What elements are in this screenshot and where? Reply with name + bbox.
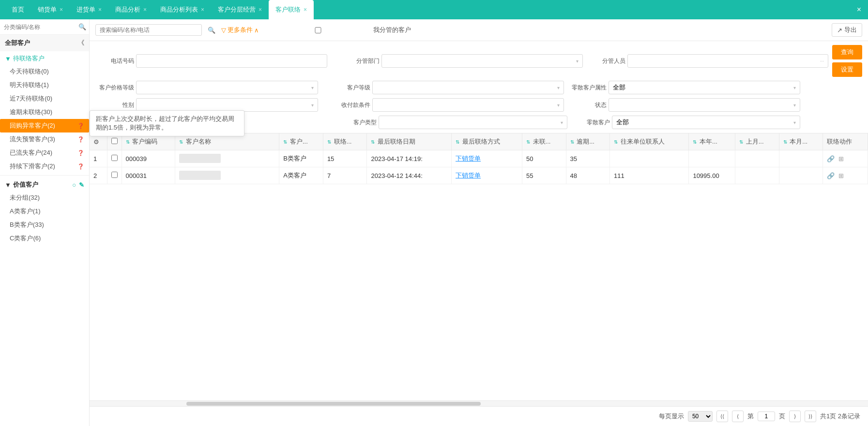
prev-page-button[interactable]: ⟨	[732, 411, 744, 422]
value-customers-group[interactable]: ▼ 价值客户 ○ ✎	[0, 177, 89, 191]
nav-customer-contact[interactable]: 客户联络 ×	[269, 0, 314, 19]
per-page-select[interactable]: 50 10 20 100	[688, 411, 713, 422]
nav-product-analysis[interactable]: 商品分析 ×	[108, 0, 153, 19]
grid-action-icon[interactable]: ⊞	[838, 155, 844, 162]
col-last-month[interactable]: ⇅ 上月...	[735, 133, 779, 150]
window-close-button[interactable]: ×	[857, 5, 861, 14]
status-field: 状态 ▾	[568, 98, 800, 112]
my-customers-check[interactable]	[265, 27, 371, 33]
retail-customer-select[interactable]: 全部 ▾	[612, 116, 800, 129]
sidebar-item-declining[interactable]: 持续下滑客户(2) ❓	[0, 160, 89, 173]
edit-icon[interactable]: ✎	[79, 181, 84, 189]
customer-name[interactable]: 隐藏	[175, 150, 279, 167]
sidebar-item-7days[interactable]: 近7天待联络(0)	[0, 92, 89, 105]
my-customers-checkbox[interactable]: 我分管的客户	[265, 26, 411, 34]
next-page-button[interactable]: ⟩	[789, 411, 801, 422]
nav-customer-stratification[interactable]: 客户分层经营 ×	[211, 0, 269, 19]
close-icon[interactable]: ×	[259, 6, 262, 13]
status-select[interactable]: ▾	[609, 98, 800, 112]
more-conditions-button[interactable]: ▽ 更多条件 ∧	[221, 26, 259, 34]
link-action-icon[interactable]: 🔗	[827, 172, 835, 179]
payment-select[interactable]: ▾	[372, 98, 564, 112]
payment-label: 收付款条件	[332, 101, 370, 109]
export-button[interactable]: ↗ 导出	[832, 23, 862, 37]
link-action-icon[interactable]: 🔗	[827, 155, 835, 162]
sidebar-item-overdue[interactable]: 逾期未联络(30)	[0, 105, 89, 119]
sidebar-item-already-lost[interactable]: 已流失客户(24) ❓	[0, 146, 89, 160]
row-checkbox[interactable]	[107, 150, 122, 167]
customer-level-select[interactable]: ▾	[372, 81, 564, 94]
close-icon[interactable]: ×	[304, 6, 307, 13]
page-number-input[interactable]	[758, 411, 775, 421]
close-icon[interactable]: ×	[143, 6, 147, 13]
last-contact-method-value[interactable]: 下销货单	[452, 150, 522, 167]
person-field: 分管人员 ···	[587, 54, 828, 68]
col-this-month[interactable]: ⇅ 本月...	[779, 133, 823, 150]
col-last-contact-date[interactable]: ⇅ 最后联络日期	[367, 133, 452, 150]
sidebar-item-c-class[interactable]: C类客户(6)	[0, 232, 89, 245]
close-icon[interactable]: ×	[98, 6, 102, 13]
col-contacts[interactable]: ⇅ 往来单位联系人	[610, 133, 689, 150]
customer-name[interactable]: 隐藏	[175, 167, 279, 184]
customer-type-select[interactable]: ▾	[379, 116, 567, 129]
top-navigation: 首页 销货单 × 进货单 × 商品分析 × 商品分析列表 × 客户分层经营 × …	[0, 0, 868, 19]
sidebar-item-lost-warning[interactable]: 流失预警客户(3) ❓	[0, 132, 89, 146]
pending-contact-group[interactable]: ▼ 待联络客户	[0, 51, 89, 65]
retail-attr-select[interactable]: 全部 ▾	[609, 81, 800, 94]
all-customers-header[interactable]: 全部客户 《	[0, 35, 89, 51]
col-last-contact-method[interactable]: ⇅ 最后联络方式	[452, 133, 522, 150]
nav-sales-order[interactable]: 销货单 ×	[31, 0, 70, 19]
search-icon[interactable]: 🔍	[78, 23, 86, 30]
nav-purchase-order[interactable]: 进货单 ×	[70, 0, 108, 19]
nav-home[interactable]: 首页	[5, 0, 31, 19]
collapse-icon[interactable]: 《	[78, 39, 84, 47]
sidebar-item-a-class[interactable]: A类客户(1)	[0, 205, 89, 218]
sidebar-item-abnormal[interactable]: 回购异常客户(2) ❓	[0, 119, 89, 132]
sidebar-item-b-class[interactable]: B类客户(33)	[0, 218, 89, 232]
phone-input[interactable]	[136, 54, 327, 68]
chevron-down-icon: ▾	[793, 103, 796, 108]
circle-icon[interactable]: ○	[72, 181, 76, 189]
last-page-button[interactable]: ⟩⟩	[805, 411, 816, 422]
price-level-select[interactable]: ▾	[136, 81, 318, 94]
sidebar-item-tomorrow[interactable]: 明天待联络(1)	[0, 78, 89, 92]
contact-method-link[interactable]: 下销货单	[456, 155, 481, 162]
sidebar-search-input[interactable]	[4, 24, 76, 30]
chevron-down-icon: ▾	[311, 85, 314, 90]
sidebar-item-unclassified[interactable]: 未分组(32)	[0, 191, 89, 205]
person-select[interactable]: ···	[627, 54, 828, 68]
query-button[interactable]: 查询	[832, 45, 862, 59]
dept-select[interactable]: ▾	[381, 54, 582, 68]
row-check[interactable]	[111, 155, 118, 161]
col-customer-type[interactable]: ⇅ 客户...	[279, 133, 323, 150]
close-icon[interactable]: ×	[60, 6, 63, 13]
last-contact-method-value[interactable]: 下销货单	[452, 167, 522, 184]
last-month-value	[735, 150, 779, 167]
contact-method-link[interactable]: 下销货单	[456, 172, 481, 179]
chevron-down-icon: ▾	[561, 120, 563, 125]
nav-product-analysis-list[interactable]: 商品分析列表 ×	[153, 0, 211, 19]
row-check[interactable]	[111, 172, 118, 178]
sidebar-item-today[interactable]: 今天待联络(0)	[0, 65, 89, 78]
settings-icon[interactable]: ⚙	[93, 138, 99, 146]
col-overdue[interactable]: ⇅ 逾期...	[566, 133, 610, 150]
retail-customer-field: 零散客户 全部 ▾	[571, 116, 800, 129]
uncontacted-value: 55	[522, 167, 566, 184]
close-icon[interactable]: ×	[201, 6, 204, 13]
tooltip-box: 距客户上次交易时长，超过了此客户的平均交易周期的1.5倍，则视为异常。	[90, 110, 244, 136]
first-page-button[interactable]: ⟨⟨	[716, 411, 728, 422]
gender-select[interactable]: ▾	[136, 98, 318, 112]
settings-button[interactable]: 设置	[832, 62, 862, 77]
col-uncontacted[interactable]: ⇅ 未联...	[522, 133, 566, 150]
search-input[interactable]	[95, 24, 202, 36]
grid-action-icon[interactable]: ⊞	[838, 172, 844, 179]
col-contact-count[interactable]: ⇅ 联络...	[323, 133, 367, 150]
scroll-thumb[interactable]	[186, 402, 481, 406]
search-button-icon[interactable]: 🔍	[208, 27, 215, 34]
select-all-checkbox[interactable]	[111, 138, 118, 144]
col-annual[interactable]: ⇅ 本年...	[689, 133, 735, 150]
horizontal-scrollbar[interactable]	[90, 400, 868, 406]
info-icon: ❓	[77, 123, 84, 129]
row-checkbox[interactable]	[107, 167, 122, 184]
last-contact-date-value: 2023-04-12 14:44:	[367, 167, 452, 184]
